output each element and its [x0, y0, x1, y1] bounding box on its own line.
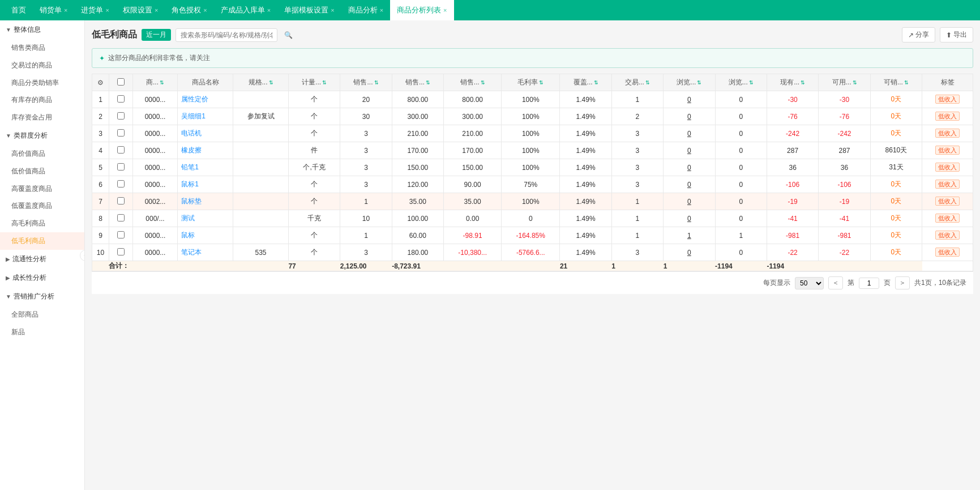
close-analysis-list-icon[interactable]: × — [443, 7, 447, 14]
close-purchase-icon[interactable]: × — [105, 7, 109, 14]
sidebar-item-high-value[interactable]: 高价值商品 — [0, 145, 84, 163]
sidebar-item-traded-goods[interactable]: 交易过的商品 — [0, 57, 84, 74]
row-view1[interactable]: 0 — [664, 142, 715, 159]
row-checkbox[interactable] — [109, 108, 133, 125]
col-settings[interactable]: ⚙ — [92, 74, 109, 91]
search-icon[interactable]: 🔍 — [284, 31, 293, 39]
row-checkbox[interactable] — [109, 125, 133, 142]
sidebar-item-stock-capital[interactable]: 库存资金占用 — [0, 109, 84, 126]
row-view1[interactable]: 0 — [664, 244, 715, 261]
search-input[interactable] — [176, 28, 277, 42]
sidebar-section-cluster[interactable]: ▼ 类群度分析 — [0, 126, 84, 145]
col-qty[interactable]: 销售...⇅ — [340, 74, 392, 91]
close-analysis-icon[interactable]: × — [380, 7, 383, 14]
row-checkbox[interactable] — [109, 176, 133, 193]
sidebar-item-high-coverage[interactable]: 高覆盖度商品 — [0, 180, 84, 198]
row-gross-rate: 100% — [502, 142, 560, 159]
col-avail[interactable]: 可用...⇅ — [819, 74, 870, 91]
row-checkbox[interactable] — [109, 159, 133, 176]
sidebar-section-overall[interactable]: ▼ 整体信息 — [0, 20, 84, 39]
row-name[interactable]: 测试 — [178, 210, 233, 227]
sidebar-item-category-rate[interactable]: 商品分类助销率 — [0, 74, 84, 92]
row-view1[interactable]: 0 — [664, 125, 715, 142]
row-view1[interactable]: 0 — [664, 176, 715, 193]
col-spec[interactable]: 规格...⇅ — [233, 74, 289, 91]
row-view1[interactable]: 0 — [664, 159, 715, 176]
arrow-overall-icon: ▼ — [6, 27, 11, 33]
close-permissions-icon[interactable]: × — [155, 7, 158, 14]
col-gross-rate[interactable]: 毛利率⇅ — [502, 74, 560, 91]
row-name[interactable]: 笔记本 — [178, 244, 233, 261]
row-view1[interactable]: 0 — [664, 91, 715, 108]
row-view1[interactable]: 0 — [664, 193, 715, 210]
close-products-icon[interactable]: × — [267, 7, 271, 14]
row-checkbox[interactable] — [109, 210, 133, 227]
sidebar-section-growth[interactable]: ▶ 成长性分析 — [0, 269, 84, 287]
nav-roles[interactable]: 角色授权× — [165, 0, 213, 20]
nav-analysis-list[interactable]: 商品分析列表× — [390, 0, 453, 20]
row-name[interactable]: 吴细细1 — [178, 108, 233, 125]
row-view1[interactable]: 0 — [664, 108, 715, 125]
sidebar-item-all-goods[interactable]: 全部商品 — [0, 306, 84, 323]
sidebar-item-low-value[interactable]: 低价值商品 — [0, 163, 84, 180]
nav-products[interactable]: 产成品入库单× — [214, 0, 277, 20]
col-unit[interactable]: 计量...⇅ — [288, 74, 340, 91]
page-input[interactable] — [859, 278, 879, 289]
export-button[interactable]: ⬆ 导出 — [940, 27, 973, 42]
nav-permissions[interactable]: 权限设置× — [116, 0, 165, 20]
row-checkbox[interactable] — [109, 91, 133, 108]
sidebar-item-low-coverage[interactable]: 低覆盖度商品 — [0, 197, 84, 215]
col-code[interactable]: 商...⇅ — [132, 74, 178, 91]
col-trade[interactable]: 交易...⇅ — [611, 74, 663, 91]
nav-home[interactable]: 首页 — [5, 0, 33, 20]
col-stock[interactable]: 现有...⇅ — [767, 74, 818, 91]
sidebar-item-new-goods[interactable]: 新品 — [0, 323, 84, 341]
row-view2: 0 — [715, 244, 767, 261]
col-view2[interactable]: 浏览...⇅ — [715, 74, 767, 91]
col-view1[interactable]: 浏览...⇅ — [664, 74, 715, 91]
time-tag-button[interactable]: 近一月 — [142, 29, 171, 41]
next-page-button[interactable]: ＞ — [895, 276, 910, 289]
col-saleable[interactable]: 可销...⇅ — [870, 74, 922, 91]
nav-template[interactable]: 单据模板设置× — [277, 0, 341, 20]
nav-analysis[interactable]: 商品分析× — [341, 0, 390, 20]
col-checkbox[interactable] — [109, 74, 133, 91]
sidebar-item-high-margin[interactable]: 高毛利商品 — [0, 215, 84, 232]
sidebar-item-stock-goods[interactable]: 有库存的商品 — [0, 91, 84, 109]
close-roles-icon[interactable]: × — [203, 7, 207, 14]
sidebar-section-marketing[interactable]: ▼ 营销推广分析 — [0, 287, 84, 306]
row-view1[interactable]: 0 — [664, 210, 715, 227]
row-trade: 1 — [611, 210, 663, 227]
row-name[interactable]: 鼠标1 — [178, 176, 233, 193]
row-price: 100.00 — [392, 210, 443, 227]
select-all-checkbox[interactable] — [117, 78, 125, 86]
row-name[interactable]: 铅笔1 — [178, 159, 233, 176]
sidebar-section-flow[interactable]: ▶ 流通性分析 — [0, 250, 84, 269]
row-name[interactable]: 属性定价 — [178, 91, 233, 108]
prev-page-button[interactable]: ＜ — [828, 276, 843, 289]
row-name[interactable]: 橡皮擦 — [178, 142, 233, 159]
close-sales-icon[interactable]: × — [64, 7, 67, 14]
row-checkbox[interactable] — [109, 193, 133, 210]
sidebar-item-low-margin[interactable]: 低毛利商品 — [0, 232, 84, 250]
page-label: 第 — [848, 278, 854, 288]
close-template-icon[interactable]: × — [331, 7, 334, 14]
nav-purchase[interactable]: 进货单× — [74, 0, 115, 20]
col-price[interactable]: 销售...⇅ — [392, 74, 443, 91]
sidebar-item-sales-goods[interactable]: 销售类商品 — [0, 39, 84, 57]
row-no: 3 — [92, 125, 109, 142]
share-button[interactable]: ↗ 分享 — [902, 27, 935, 42]
row-checkbox[interactable] — [109, 244, 133, 261]
row-view1[interactable]: 1 — [664, 227, 715, 244]
row-checkbox[interactable] — [109, 227, 133, 244]
page-size-select[interactable]: 50 20 100 — [795, 277, 824, 289]
nav-sales[interactable]: 销货单× — [33, 0, 74, 20]
total-label: 合计： — [92, 261, 133, 271]
row-name[interactable]: 电话机 — [178, 125, 233, 142]
row-name[interactable]: 鼠标 — [178, 227, 233, 244]
row-name[interactable]: 鼠标垫 — [178, 193, 233, 210]
row-unit: 个 — [288, 244, 340, 261]
col-sales[interactable]: 销售...⇅ — [444, 74, 502, 91]
col-cover-rate[interactable]: 覆盖...⇅ — [560, 74, 611, 91]
row-checkbox[interactable] — [109, 142, 133, 159]
